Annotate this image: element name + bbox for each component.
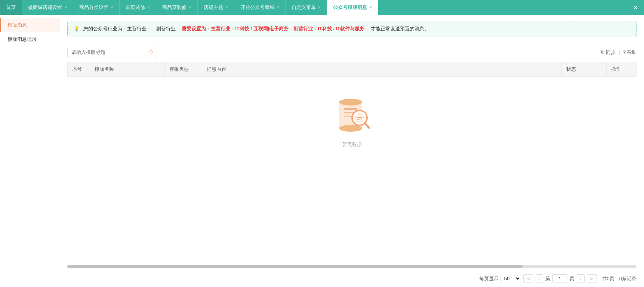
close-tab-open-mall[interactable]: × [277, 5, 279, 10]
search-input[interactable] [68, 47, 145, 57]
svg-line-10 [365, 123, 369, 128]
empty-state-text: 暂无数据 [342, 141, 362, 148]
tab-product-category[interactable]: 商品分类设置 × [73, 0, 120, 15]
tab-home[interactable]: 首页 [0, 0, 22, 15]
page-unit: 页 [570, 275, 574, 282]
prev-page-button[interactable]: ‹ [536, 274, 543, 283]
table-header-row: 序号 模版名称 模版类型 消息内容 状态 操作 [68, 62, 637, 76]
data-table: 序号 模版名称 模版类型 消息内容 状态 操作 [67, 62, 637, 155]
next-page-button[interactable]: › [577, 274, 584, 283]
page-size-select[interactable]: 50 10 20 100 [500, 274, 521, 283]
search-icon: ⚲ [149, 49, 153, 55]
sync-button[interactable]: ↻ 同步 [601, 49, 616, 56]
col-header-action: 操作 [607, 62, 637, 76]
total-text: 共0页，0条记录 [602, 275, 637, 282]
col-header-status: 状态 [562, 62, 607, 76]
scrollbar-wrap [60, 263, 644, 270]
close-tab-custom-menu[interactable]: × [318, 5, 321, 10]
help-icon: ? [623, 49, 626, 55]
close-all-tabs[interactable]: ✕ [627, 4, 644, 11]
close-tab-shop-settings[interactable]: × [64, 5, 67, 10]
table-wrap: 序号 模版名称 模版类型 消息内容 状态 操作 [60, 62, 644, 263]
tab-product-page[interactable]: 商品页装修 × [156, 0, 198, 15]
svg-rect-12 [357, 119, 360, 120]
tab-template-msg[interactable]: 公众号模版消息 × [327, 0, 378, 15]
svg-point-3 [339, 99, 362, 106]
close-tab-store-theme[interactable]: × [225, 5, 228, 10]
close-tab-template-msg[interactable]: × [369, 5, 372, 10]
notice-banner: 💡 您的公众号行业为：主营行业：，副营行业： 需要设置为：主营行业：IT科技 /… [67, 21, 637, 37]
close-tab-home-decor[interactable]: × [147, 5, 150, 10]
svg-rect-11 [357, 117, 363, 118]
scrollbar-track [67, 265, 637, 268]
sync-icon: ↻ [601, 49, 605, 55]
tab-open-mall[interactable]: 开通公众号商城 × [234, 0, 286, 15]
empty-state-row: 暂无数据 [68, 76, 637, 155]
content-area: 💡 您的公众号行业为：主营行业：，副营行业： 需要设置为：主营行业：IT科技 /… [60, 15, 644, 287]
main-layout: 模版消息 模版消息记录 💡 您的公众号行业为：主营行业：，副营行业： 需要设置为… [0, 15, 644, 287]
col-header-content: 消息内容 [202, 62, 562, 76]
page-size-label: 每页显示 [479, 275, 499, 282]
empty-state-icon [330, 92, 375, 137]
help-button[interactable]: ? 帮助 [623, 49, 637, 56]
tab-store-theme[interactable]: 店铺主题 × [198, 0, 234, 15]
search-input-wrap: ⚲ [67, 47, 157, 58]
sync-help-area: ↻ 同步 | ? 帮助 [601, 49, 637, 56]
tab-bar: 首页 微商城店铺设置 × 商品分类设置 × 首页装修 × 商品页装修 × 店铺主… [0, 0, 644, 15]
divider: | [619, 49, 620, 55]
first-page-button[interactable]: ⊲ [523, 274, 533, 283]
col-header-seq: 序号 [68, 62, 90, 76]
page-input[interactable] [552, 274, 567, 283]
tab-shop-settings[interactable]: 微商城店铺设置 × [22, 0, 73, 15]
svg-rect-5 [344, 108, 357, 110]
sidebar: 模版消息 模版消息记录 [0, 15, 60, 287]
tab-home-decor[interactable]: 首页装修 × [120, 0, 156, 15]
page-label: 第 [545, 275, 550, 282]
scrollbar-thumb[interactable] [67, 265, 523, 268]
page-size-wrap: 每页显示 50 10 20 100 [479, 274, 521, 283]
close-tab-product-page[interactable]: × [189, 5, 191, 10]
col-header-name: 模版名称 [90, 62, 165, 76]
tab-custom-menu[interactable]: 自定义菜单 × [286, 0, 327, 15]
sidebar-item-template-msg[interactable]: 模版消息 [0, 18, 60, 32]
search-button[interactable]: ⚲ [145, 47, 157, 58]
close-tab-product-category[interactable]: × [111, 5, 113, 10]
sidebar-item-template-record[interactable]: 模版消息记录 [0, 32, 60, 46]
last-page-button[interactable]: ⊳ [587, 274, 597, 283]
notice-icon: 💡 [74, 26, 80, 31]
empty-state: 暂无数据 [68, 77, 637, 155]
col-header-type: 模版类型 [165, 62, 202, 76]
svg-rect-6 [344, 112, 354, 113]
pagination: 每页显示 50 10 20 100 ⊲ ‹ 第 页 › ⊳ 共0页，0条记录 [60, 270, 644, 287]
search-bar: ⚲ ↻ 同步 | ? 帮助 [60, 43, 644, 62]
